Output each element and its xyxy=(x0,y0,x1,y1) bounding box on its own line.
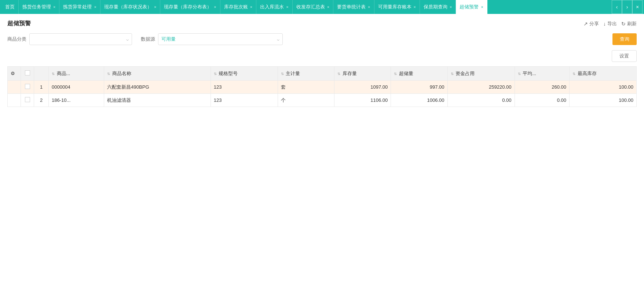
row-gear-0[interactable] xyxy=(8,81,21,94)
category-label: 商品分类 xyxy=(7,36,26,42)
row-cb-0[interactable] xyxy=(25,84,30,89)
nav-arrow-group: ‹ › × xyxy=(612,0,643,14)
query-button[interactable]: 查询 xyxy=(612,33,637,45)
col-max-stock[interactable]: ⇅ 最高库存 xyxy=(569,67,636,81)
row-avg-1: 0.00 xyxy=(515,94,569,107)
col-gear[interactable]: ⚙ xyxy=(8,67,21,81)
page-title: 超储预警 xyxy=(7,20,31,27)
export-button[interactable]: ↓ 导出 xyxy=(603,21,617,27)
data-table: ⚙ ⇅ 商品... ⇅ 商品名称 ⇅ 规格型号 ⇅ xyxy=(7,66,637,107)
nav-inventory-dist[interactable]: 现存量（库存分布表） × xyxy=(160,0,220,14)
row-checkbox-1[interactable] xyxy=(21,94,34,107)
row-num-0: 1 xyxy=(34,81,49,94)
datasource-select-value: 可用量 xyxy=(161,36,277,42)
refresh-icon: ↻ xyxy=(621,21,626,27)
row-max-stock-1: 100.00 xyxy=(569,94,636,107)
export-icon: ↓ xyxy=(603,21,606,27)
nav-inventory-status-label: 现存量（库存状况表） xyxy=(104,4,152,10)
category-chevron-icon: ⌵ xyxy=(126,37,129,42)
nav-inout-flow[interactable]: 出入库流水 × xyxy=(256,0,292,14)
nav-available-stock-label: 可用量库存账本 xyxy=(378,4,411,10)
page-header: 超储预警 ↗ 分享 ↓ 导出 ↻ 刷新 xyxy=(7,20,637,27)
nav-batch-account-close[interactable]: × xyxy=(250,5,252,9)
sort-product-code-icon: ⇅ xyxy=(52,72,55,76)
category-select[interactable]: ⌵ xyxy=(29,33,132,45)
col-unit[interactable]: ⇅ 主计量 xyxy=(278,67,334,81)
nav-close-all[interactable]: × xyxy=(632,0,643,14)
table-row: 2 186-10... 机油滤清器 123 个 1106.00 1006.00 … xyxy=(8,94,637,107)
share-label: 分享 xyxy=(589,21,599,27)
main-content: 超储预警 ↗ 分享 ↓ 导出 ↻ 刷新 商品分类 ⌵ 数据源 xyxy=(0,14,644,293)
nav-pick-abnormal[interactable]: 拣货异常处理 × xyxy=(59,0,100,14)
nav-arrow-right[interactable]: › xyxy=(622,0,632,14)
settings-button[interactable]: 设置 xyxy=(612,50,637,62)
nav-shelf-life-label: 保质期查询 xyxy=(424,4,447,10)
datasource-select[interactable]: 可用量 ⌵ xyxy=(158,33,283,45)
nav-summary-close[interactable]: × xyxy=(327,5,329,9)
header-actions: ↗ 分享 ↓ 导出 ↻ 刷新 xyxy=(583,21,637,27)
refresh-button[interactable]: ↻ 刷新 xyxy=(621,21,637,27)
select-all-checkbox[interactable] xyxy=(25,70,30,75)
nav-batch-account[interactable]: 库存批次账 × xyxy=(220,0,256,14)
nav-order-stat[interactable]: 要货单统计表 × xyxy=(333,0,374,14)
row-stock-0: 1097.00 xyxy=(334,81,391,94)
col-overstock[interactable]: ⇅ 超储量 xyxy=(391,67,447,81)
row-stock-1: 1106.00 xyxy=(334,94,391,107)
row-overstock-1: 1006.00 xyxy=(391,94,447,107)
filter-action-buttons: 查询 xyxy=(612,33,637,45)
share-button[interactable]: ↗ 分享 xyxy=(583,21,599,27)
export-label: 导出 xyxy=(607,21,617,27)
row-spec-0: 123 xyxy=(211,81,278,94)
col-capital[interactable]: ⇅ 资金占用 xyxy=(447,67,515,81)
row-capital-1: 0.00 xyxy=(447,94,515,107)
nav-summary[interactable]: 收发存汇总表 × xyxy=(293,0,333,14)
nav-overstock-warning-close[interactable]: × xyxy=(481,5,483,9)
row-checkbox-0[interactable] xyxy=(21,81,34,94)
sort-capital-icon: ⇅ xyxy=(451,72,454,76)
col-rownum xyxy=(34,67,49,81)
nav-inout-flow-close[interactable]: × xyxy=(286,5,288,9)
nav-inventory-dist-close[interactable]: × xyxy=(214,5,216,9)
share-icon: ↗ xyxy=(583,21,588,27)
nav-home[interactable]: 首页 xyxy=(1,0,19,14)
nav-pick-task-close[interactable]: × xyxy=(53,5,55,9)
col-stock[interactable]: ⇅ 库存量 xyxy=(334,67,391,81)
nav-pick-task[interactable]: 拣货任务管理 × xyxy=(19,0,59,14)
row-avg-0: 260.00 xyxy=(515,81,569,94)
nav-shelf-life-close[interactable]: × xyxy=(450,5,452,9)
row-unit-1: 个 xyxy=(278,94,334,107)
nav-pick-abnormal-close[interactable]: × xyxy=(94,5,96,9)
row-product-name-1: 机油滤清器 xyxy=(104,94,211,107)
row-unit-0: 套 xyxy=(278,81,334,94)
table-row: 1 0000004 六配套新昌490BPG 123 套 1097.00 997.… xyxy=(8,81,637,94)
top-navigation: 首页 拣货任务管理 × 拣货异常处理 × 现存量（库存状况表） × 现存量（库存… xyxy=(0,0,644,14)
nav-inventory-status[interactable]: 现存量（库存状况表） × xyxy=(100,0,160,14)
col-spec[interactable]: ⇅ 规格型号 xyxy=(211,67,278,81)
sort-product-name-icon: ⇅ xyxy=(107,72,110,76)
nav-home-label: 首页 xyxy=(5,4,15,10)
nav-inventory-status-close[interactable]: × xyxy=(154,5,156,9)
refresh-label: 刷新 xyxy=(627,21,637,27)
category-filter-group: 商品分类 ⌵ xyxy=(7,33,132,45)
col-avg[interactable]: ⇅ 平均... xyxy=(515,67,569,81)
filter-bar: 商品分类 ⌵ 数据源 可用量 ⌵ 查询 xyxy=(7,33,637,45)
sort-avg-icon: ⇅ xyxy=(518,72,521,76)
nav-overstock-warning-label: 超储预警 xyxy=(460,4,479,10)
nav-inventory-dist-label: 现存量（库存分布表） xyxy=(164,4,212,10)
nav-available-stock-close[interactable]: × xyxy=(414,5,416,9)
nav-batch-account-label: 库存批次账 xyxy=(224,4,248,10)
datasource-label: 数据源 xyxy=(141,36,155,42)
row-gear-1[interactable] xyxy=(8,94,21,107)
col-product-code[interactable]: ⇅ 商品... xyxy=(49,67,104,81)
row-cb-1[interactable] xyxy=(25,97,30,102)
nav-shelf-life[interactable]: 保质期查询 × xyxy=(420,0,456,14)
col-product-name[interactable]: ⇅ 商品名称 xyxy=(104,67,211,81)
nav-order-stat-close[interactable]: × xyxy=(368,5,370,9)
datasource-chevron-icon: ⌵ xyxy=(277,37,279,42)
sort-max-stock-icon: ⇅ xyxy=(572,72,575,76)
nav-arrow-left[interactable]: ‹ xyxy=(612,0,622,14)
nav-pick-task-label: 拣货任务管理 xyxy=(22,4,51,10)
nav-available-stock[interactable]: 可用量库存账本 × xyxy=(374,0,420,14)
nav-overstock-warning[interactable]: 超储预警 × xyxy=(456,0,487,14)
table-header-row: ⚙ ⇅ 商品... ⇅ 商品名称 ⇅ 规格型号 ⇅ xyxy=(8,67,637,81)
